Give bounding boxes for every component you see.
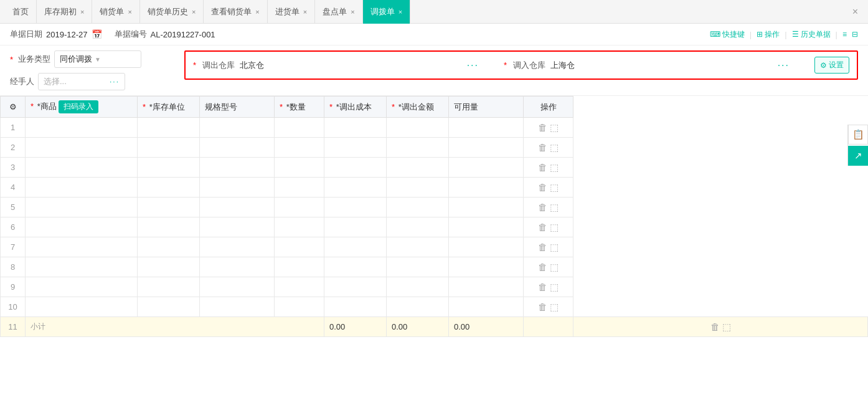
product-cell[interactable] xyxy=(26,178,138,198)
unit-cell[interactable] xyxy=(138,277,200,297)
amount-cell[interactable] xyxy=(387,138,449,158)
available-cell[interactable] xyxy=(449,237,524,257)
available-cell[interactable] xyxy=(449,277,524,297)
qty-cell[interactable] xyxy=(275,138,324,158)
scan-entry-button[interactable]: 扫码录入 xyxy=(59,100,98,113)
available-cell[interactable] xyxy=(449,297,524,317)
delete-icon[interactable]: 🗑 xyxy=(538,182,547,193)
product-cell[interactable] xyxy=(26,138,138,158)
transfer-out-more-icon[interactable]: ··· xyxy=(467,60,479,71)
qty-cell[interactable] xyxy=(275,257,324,277)
available-cell[interactable] xyxy=(449,198,524,217)
tab-inventory-count-close[interactable]: × xyxy=(351,8,354,16)
unit-cell[interactable] xyxy=(138,118,200,138)
cost-cell[interactable] xyxy=(324,297,387,317)
copy-icon[interactable]: ⬚ xyxy=(550,222,559,233)
tab-view-sales[interactable]: 查看销货单 × xyxy=(204,0,267,24)
cost-cell[interactable] xyxy=(324,277,387,297)
copy-icon[interactable]: ⬚ xyxy=(550,282,559,293)
spec-cell[interactable] xyxy=(200,217,275,237)
amount-cell[interactable] xyxy=(387,217,449,237)
delete-icon[interactable]: 🗑 xyxy=(538,162,547,173)
delete-icon[interactable]: 🗑 xyxy=(538,142,547,153)
product-cell[interactable] xyxy=(26,118,138,138)
product-cell[interactable] xyxy=(26,198,138,217)
spec-cell[interactable] xyxy=(200,198,275,217)
tab-home[interactable]: 首页 xyxy=(5,0,37,24)
spec-cell[interactable] xyxy=(200,118,275,138)
copy-icon[interactable]: ⬚ xyxy=(550,162,559,173)
tab-close-all-button[interactable]: × xyxy=(847,6,863,17)
cost-cell[interactable] xyxy=(324,257,387,277)
spec-cell[interactable] xyxy=(200,138,275,158)
side-doc-button[interactable]: 📋 xyxy=(848,125,868,145)
tab-purchase[interactable]: 进货单 × xyxy=(268,0,315,24)
tab-transfer[interactable]: 调拨单 × xyxy=(363,0,410,24)
copy-icon[interactable]: ⬚ xyxy=(550,302,559,313)
unit-cell[interactable] xyxy=(138,257,200,277)
product-cell[interactable] xyxy=(26,237,138,257)
spec-cell[interactable] xyxy=(200,158,275,178)
copy-icon[interactable]: ⬚ xyxy=(550,262,559,273)
unit-cell[interactable] xyxy=(138,217,200,237)
tab-sales-order-close[interactable]: × xyxy=(128,8,131,16)
tab-sales-history[interactable]: 销货单历史 × xyxy=(140,0,204,24)
tab-transfer-close[interactable]: × xyxy=(399,8,402,16)
available-cell[interactable] xyxy=(449,178,524,198)
product-cell[interactable] xyxy=(26,297,138,317)
amount-cell[interactable] xyxy=(387,237,449,257)
delete-icon[interactable]: 🗑 xyxy=(538,282,547,292)
cost-cell[interactable] xyxy=(324,118,387,138)
qty-cell[interactable] xyxy=(275,297,324,317)
unit-cell[interactable] xyxy=(138,297,200,317)
handler-more-icon[interactable]: ··· xyxy=(110,77,120,86)
amount-cell[interactable] xyxy=(387,158,449,178)
unit-cell[interactable] xyxy=(138,198,200,217)
spec-cell[interactable] xyxy=(200,178,275,198)
cost-cell[interactable] xyxy=(324,138,387,158)
qty-cell[interactable] xyxy=(275,118,324,138)
qty-cell[interactable] xyxy=(275,178,324,198)
amount-cell[interactable] xyxy=(387,257,449,277)
cost-cell[interactable] xyxy=(324,158,387,178)
unit-cell[interactable] xyxy=(138,158,200,178)
cost-cell[interactable] xyxy=(324,178,387,198)
handler-dropdown[interactable]: 选择... ··· xyxy=(38,73,125,90)
business-type-dropdown[interactable]: 同价调拨 ▼ xyxy=(54,50,141,68)
amount-cell[interactable] xyxy=(387,277,449,297)
transfer-in-more-icon[interactable]: ··· xyxy=(778,60,790,71)
copy-icon[interactable]: ⬚ xyxy=(550,242,559,253)
unit-cell[interactable] xyxy=(138,237,200,257)
qty-cell[interactable] xyxy=(275,158,324,178)
copy-icon[interactable]: ⬚ xyxy=(550,122,559,133)
available-cell[interactable] xyxy=(449,257,524,277)
amount-cell[interactable] xyxy=(387,297,449,317)
side-expand-button[interactable]: ↗ xyxy=(848,146,868,166)
delete-icon[interactable]: 🗑 xyxy=(538,242,547,252)
qty-cell[interactable] xyxy=(275,217,324,237)
product-cell[interactable] xyxy=(26,158,138,178)
copy-icon[interactable]: ⬚ xyxy=(550,182,559,193)
available-cell[interactable] xyxy=(449,118,524,138)
product-cell[interactable] xyxy=(26,277,138,297)
history-button[interactable]: ☰ 历史单据 xyxy=(792,29,831,40)
spec-cell[interactable] xyxy=(200,257,275,277)
cost-cell[interactable] xyxy=(324,237,387,257)
amount-cell[interactable] xyxy=(387,178,449,198)
available-cell[interactable] xyxy=(449,158,524,178)
qty-cell[interactable] xyxy=(275,277,324,297)
delete-icon[interactable]: 🗑 xyxy=(710,321,720,332)
tab-sales-history-close[interactable]: × xyxy=(192,8,196,16)
spec-cell[interactable] xyxy=(200,277,275,297)
amount-cell[interactable] xyxy=(387,118,449,138)
tab-view-sales-close[interactable]: × xyxy=(255,8,259,16)
tab-inventory-init-close[interactable]: × xyxy=(80,8,84,16)
delete-icon[interactable]: 🗑 xyxy=(538,222,547,232)
shortcuts-button[interactable]: ⌨ 快捷键 xyxy=(710,29,745,40)
qty-cell[interactable] xyxy=(275,198,324,217)
copy-icon[interactable]: ⬚ xyxy=(550,202,559,213)
settings-button[interactable]: ⚙ 设置 xyxy=(814,57,849,74)
tab-inventory-count[interactable]: 盘点单 × xyxy=(315,0,362,24)
available-cell[interactable] xyxy=(449,217,524,237)
qty-cell[interactable] xyxy=(275,237,324,257)
